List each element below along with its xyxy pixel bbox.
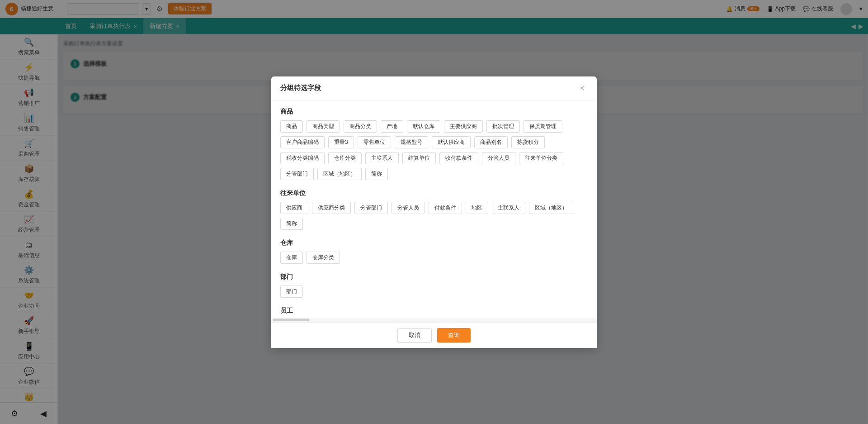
field-group-1: 往来单位供应商供应商分类分管部门分管人员付款条件地区主联系人区域（地区）简称 — [280, 189, 588, 230]
confirm-button[interactable]: 查询 — [437, 328, 471, 343]
field-tag-0-13[interactable]: 商品别名 — [474, 136, 508, 148]
field-group-title-2: 仓库 — [280, 239, 588, 247]
field-tag-0-5[interactable]: 主要供应商 — [444, 120, 483, 133]
field-tag-1-2[interactable]: 分管部门 — [354, 202, 388, 214]
field-tag-0-1[interactable]: 商品类型 — [307, 120, 340, 133]
modal-title: 分组待选字段 — [280, 84, 321, 92]
field-tag-0-9[interactable]: 重量3 — [328, 136, 354, 148]
field-tag-2-1[interactable]: 仓库分类 — [307, 252, 340, 264]
field-group-title-3: 部门 — [280, 273, 588, 281]
field-tag-0-21[interactable]: 往来单位分类 — [519, 152, 563, 164]
field-tag-1-8[interactable]: 简称 — [280, 218, 303, 230]
field-tag-1-3[interactable]: 分管人员 — [392, 202, 425, 214]
field-tag-3-0[interactable]: 部门 — [280, 286, 303, 298]
modal-backdrop: 分组待选字段 × 商品商品商品类型商品分类产地默认仓库主要供应商批次管理保质期管… — [0, 0, 868, 424]
field-tag-0-3[interactable]: 产地 — [381, 120, 403, 133]
field-tag-0-24[interactable]: 简称 — [365, 168, 388, 180]
field-tag-0-17[interactable]: 主联系人 — [365, 152, 399, 164]
field-tag-0-12[interactable]: 默认供应商 — [432, 136, 471, 148]
field-group-3: 部门部门 — [280, 273, 588, 298]
field-tag-0-8[interactable]: 客户商品编码 — [280, 136, 325, 148]
field-group-2: 仓库仓库仓库分类 — [280, 239, 588, 264]
field-select-modal: 分组待选字段 × 商品商品商品类型商品分类产地默认仓库主要供应商批次管理保质期管… — [271, 76, 597, 348]
modal-close-button[interactable]: × — [577, 83, 588, 94]
modal-body[interactable]: 商品商品商品类型商品分类产地默认仓库主要供应商批次管理保质期管理客户商品编码重量… — [271, 100, 597, 318]
cancel-button[interactable]: 取消 — [397, 328, 432, 343]
field-tags-0: 商品商品类型商品分类产地默认仓库主要供应商批次管理保质期管理客户商品编码重量3零… — [280, 120, 588, 180]
field-tag-1-0[interactable]: 供应商 — [280, 202, 308, 214]
field-tags-2: 仓库仓库分类 — [280, 252, 588, 264]
field-tags-3: 部门 — [280, 286, 588, 298]
hscroll-thumb — [273, 319, 309, 321]
field-tags-1: 供应商供应商分类分管部门分管人员付款条件地区主联系人区域（地区）简称 — [280, 202, 588, 230]
field-tag-0-16[interactable]: 仓库分类 — [328, 152, 362, 164]
field-tag-0-0[interactable]: 商品 — [280, 120, 303, 133]
field-tag-1-5[interactable]: 地区 — [466, 202, 488, 214]
field-tag-0-18[interactable]: 结算单位 — [402, 152, 436, 164]
field-tag-0-19[interactable]: 收付款条件 — [439, 152, 478, 164]
modal-footer: 取消 查询 — [271, 322, 597, 348]
field-tag-0-14[interactable]: 拣货积分 — [511, 136, 545, 148]
field-tag-0-6[interactable]: 批次管理 — [486, 120, 520, 133]
field-tag-0-23[interactable]: 区域（地区） — [317, 168, 362, 180]
field-tag-1-7[interactable]: 区域（地区） — [529, 202, 573, 214]
modal-horizontal-scrollbar[interactable] — [271, 318, 597, 322]
field-group-title-1: 往来单位 — [280, 189, 588, 197]
field-tag-0-11[interactable]: 规格型号 — [395, 136, 428, 148]
field-tag-0-22[interactable]: 分管部门 — [280, 168, 314, 180]
field-tag-0-10[interactable]: 零售单位 — [358, 136, 391, 148]
field-tag-0-15[interactable]: 税收分类编码 — [280, 152, 325, 164]
field-group-0: 商品商品商品类型商品分类产地默认仓库主要供应商批次管理保质期管理客户商品编码重量… — [280, 108, 588, 180]
field-group-title-0: 商品 — [280, 108, 588, 116]
modal-header: 分组待选字段 × — [271, 76, 597, 100]
field-tag-1-1[interactable]: 供应商分类 — [312, 202, 351, 214]
field-tag-0-7[interactable]: 保质期管理 — [524, 120, 562, 133]
field-tag-0-2[interactable]: 商品分类 — [344, 120, 377, 133]
field-group-title-4: 员工 — [280, 307, 588, 315]
field-tag-1-4[interactable]: 付款条件 — [429, 202, 462, 214]
field-tag-2-0[interactable]: 仓库 — [280, 252, 303, 264]
field-tag-1-6[interactable]: 主联系人 — [492, 202, 525, 214]
field-tag-0-20[interactable]: 分管人员 — [482, 152, 515, 164]
field-group-4: 员工业务员 — [280, 307, 588, 318]
field-tag-0-4[interactable]: 默认仓库 — [407, 120, 440, 133]
